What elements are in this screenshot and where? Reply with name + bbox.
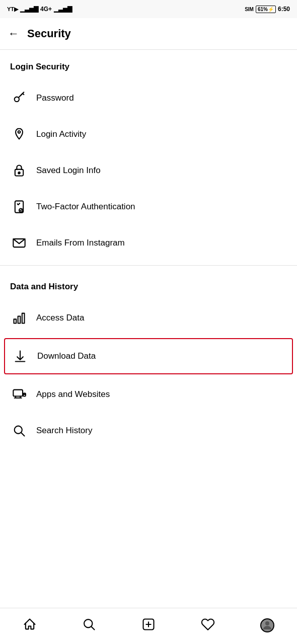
app-icon: YT▶ <box>7 6 18 13</box>
key-icon <box>10 89 28 107</box>
envelope-icon <box>10 234 28 252</box>
sim-icon: SIM <box>245 7 254 12</box>
battery-indicator: 61%⚡ <box>256 6 276 13</box>
search-history-label: Search History <box>36 426 92 436</box>
phone-shield-icon <box>10 198 28 216</box>
svg-rect-12 <box>22 313 25 324</box>
page-header: ← Security <box>0 18 297 50</box>
apps-websites-label: Apps and Websites <box>36 389 110 399</box>
nav-activity[interactable] <box>178 617 238 633</box>
nav-new-post[interactable] <box>119 617 178 633</box>
menu-item-password[interactable]: Password <box>0 80 297 116</box>
status-bar: YT▶ ▁▃▅▇ 4G+ ▁▃▅▇ SIM 61%⚡ 6:50 <box>0 0 297 18</box>
menu-item-login-activity[interactable]: Login Activity <box>0 116 297 152</box>
network-type: 4G+ <box>40 6 52 13</box>
svg-point-27 <box>265 621 269 625</box>
back-button[interactable]: ← <box>8 27 19 40</box>
lock-icon <box>10 162 28 180</box>
svg-rect-11 <box>18 316 21 324</box>
menu-item-emails[interactable]: Emails From Instagram <box>0 225 297 261</box>
svg-rect-10 <box>14 319 17 323</box>
section-header-login: Login Security <box>0 50 297 80</box>
password-label: Password <box>36 93 74 103</box>
emails-label: Emails From Instagram <box>36 238 125 248</box>
nav-profile[interactable] <box>238 618 297 632</box>
download-icon <box>11 347 29 365</box>
svg-line-23 <box>92 626 95 629</box>
menu-item-apps-websites[interactable]: Apps and Websites <box>0 376 297 413</box>
login-activity-label: Login Activity <box>36 129 86 139</box>
heart-icon <box>201 617 215 633</box>
signal-bars: ▁▃▅▇ <box>20 6 38 13</box>
menu-item-two-factor[interactable]: Two-Factor Authentication <box>0 189 297 225</box>
two-factor-label: Two-Factor Authentication <box>36 202 135 212</box>
location-pin-icon <box>10 125 28 143</box>
search-circle-icon <box>10 422 28 440</box>
saved-login-label: Saved Login Info <box>36 166 101 176</box>
time-display: 6:50 <box>278 6 290 13</box>
page-title: Security <box>27 27 71 40</box>
menu-item-download-data[interactable]: Download Data <box>4 338 293 374</box>
avatar <box>260 618 274 632</box>
nav-search[interactable] <box>59 617 119 633</box>
bottom-nav <box>0 608 297 644</box>
svg-point-0 <box>15 97 19 102</box>
bar-chart-icon <box>10 309 28 327</box>
signal-bars-2: ▁▃▅▇ <box>54 6 72 13</box>
status-right: SIM 61%⚡ 6:50 <box>245 6 290 13</box>
menu-item-saved-login[interactable]: Saved Login Info <box>0 152 297 189</box>
monitor-icon <box>10 385 28 404</box>
content-area: Login Security Password Login Activity <box>0 50 297 608</box>
download-data-label: Download Data <box>37 351 96 361</box>
section-divider <box>0 265 297 266</box>
svg-line-2 <box>23 94 24 95</box>
svg-line-21 <box>21 433 24 436</box>
menu-item-access-data[interactable]: Access Data <box>0 300 297 336</box>
search-icon <box>82 617 96 633</box>
nav-home[interactable] <box>0 617 59 633</box>
access-data-label: Access Data <box>36 313 84 323</box>
svg-line-3 <box>21 94 22 95</box>
svg-point-6 <box>18 172 20 174</box>
svg-rect-14 <box>13 390 23 396</box>
status-left: YT▶ ▁▃▅▇ 4G+ ▁▃▅▇ <box>7 6 72 13</box>
plus-square-icon <box>141 617 156 633</box>
menu-item-search-history[interactable]: Search History <box>0 413 297 449</box>
section-header-data: Data and History <box>0 270 297 300</box>
svg-point-4 <box>18 131 21 133</box>
home-icon <box>23 617 37 633</box>
